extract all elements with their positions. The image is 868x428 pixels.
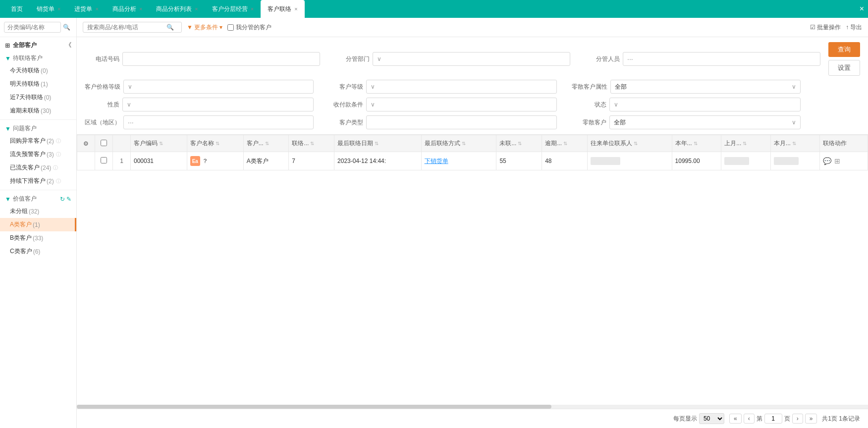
nav-customer-contact[interactable]: 客户联络 × xyxy=(261,0,304,18)
filter-dept-select[interactable]: ∨ xyxy=(373,52,570,66)
filter-my-customers[interactable]: 我分管的客户 xyxy=(227,23,271,32)
filter-search-input[interactable] xyxy=(87,24,166,31)
sort-this-year-icon: ⇅ xyxy=(694,141,698,146)
settings-button[interactable]: 设置 xyxy=(828,60,860,76)
filter-price-tier: 客户价格等级 ∨ xyxy=(85,80,314,94)
nav-home[interactable]: 首页 xyxy=(4,0,30,18)
status-chevron-icon: ∨ xyxy=(614,101,618,108)
filter-customer-type-input[interactable] xyxy=(366,115,557,129)
nav-customer-tiered[interactable]: 客户分层经营 × xyxy=(205,0,261,18)
col-code[interactable]: 客户编码⇅ xyxy=(131,135,187,152)
col-this-month[interactable]: 本月...⇅ xyxy=(770,135,820,152)
sidebar-item-class-a[interactable]: A类客户(1) xyxy=(0,218,76,231)
nav-sales-order[interactable]: 销货单 × xyxy=(30,0,67,18)
col-overdue[interactable]: 逾期...⇅ xyxy=(542,135,588,152)
my-customers-checkbox[interactable] xyxy=(227,24,234,31)
contact-method-link[interactable]: 下销货单 xyxy=(425,158,448,164)
sidebar-item-today[interactable]: 今天待联络(0) xyxy=(0,64,76,77)
collapse-sidebar-icon[interactable]: 《 xyxy=(65,41,71,50)
filter-phone-input[interactable] xyxy=(122,52,320,66)
col-name[interactable]: 客户名称⇅ xyxy=(187,135,243,152)
query-button[interactable]: 查询 xyxy=(828,42,860,57)
col-contact[interactable]: 联络...⇅ xyxy=(289,135,334,152)
col-last-month[interactable]: 上月...⇅ xyxy=(721,135,771,152)
close-all-tabs[interactable]: × xyxy=(860,4,864,13)
filter-more-btn[interactable]: ▼ 更多条件 ▾ xyxy=(187,23,222,32)
sidebar-item-overdue-contact[interactable]: 逾期未联络(30) xyxy=(0,104,76,117)
sidebar-item-class-b[interactable]: B类客户(33) xyxy=(0,231,76,245)
sidebar-group-value[interactable]: ▼ 价值客户 ↻ ✎ xyxy=(0,192,76,205)
payment-chevron-icon: ∨ xyxy=(371,101,375,108)
last-page-btn[interactable]: » xyxy=(805,414,817,424)
col-not-contacted[interactable]: 未联...⇅ xyxy=(496,135,542,152)
col-settings[interactable]: ⚙ xyxy=(77,135,95,152)
col-this-year[interactable]: 本年...⇅ xyxy=(672,135,721,152)
page-size-select[interactable]: 50 100 200 xyxy=(699,413,724,424)
filter-row-4: 区域（地区） ··· 客户类型 零散客户 全部 ∨ xyxy=(85,115,860,129)
close-product-analysis[interactable]: × xyxy=(139,6,142,12)
col-unit-contact[interactable]: 往来单位联系人⇅ xyxy=(587,135,672,152)
filter-nature: 性质 ∨ xyxy=(85,98,314,111)
sort-code-icon: ⇅ xyxy=(159,141,163,146)
filter-region-input[interactable]: ··· xyxy=(123,115,314,129)
sidebar-item-7days[interactable]: 近7天待联络(0) xyxy=(0,91,76,104)
sidebar-group-pending[interactable]: ▼ 待联络客户 xyxy=(0,52,76,64)
filter-manager-input[interactable]: ··· xyxy=(623,52,820,66)
table-header-row: ⚙ 客户编码⇅ 客户名称⇅ 客户...⇅ xyxy=(77,135,868,152)
horizontal-scrollbar[interactable] xyxy=(77,405,868,409)
filter-nature-select[interactable]: ∨ xyxy=(122,98,314,111)
table-area: ⚙ 客户编码⇅ 客户名称⇅ 客户...⇅ xyxy=(77,135,868,405)
export-btn[interactable]: ↑ 导出 xyxy=(846,23,862,32)
sidebar-group-problem[interactable]: ▼ 问题客户 xyxy=(0,122,76,134)
col-last-contact-date[interactable]: 最后联络日期⇅ xyxy=(334,135,422,152)
scrollbar-thumb[interactable] xyxy=(77,405,551,409)
sidebar-item-declining[interactable]: 持续下滑客户(2)ⓘ xyxy=(0,174,76,188)
first-page-btn[interactable]: « xyxy=(729,414,742,424)
close-customer-contact[interactable]: × xyxy=(294,6,297,12)
row-select-checkbox[interactable] xyxy=(101,157,107,163)
sidebar-item-tomorrow[interactable]: 明天待联络(1) xyxy=(0,77,76,91)
filter-scatter-customer-select[interactable]: 全部 ∨ xyxy=(609,115,801,129)
pagination-bar: 每页显示 50 100 200 « ‹ 第 页 › » 共1页 1条记录 xyxy=(77,409,868,428)
nav-product-analysis[interactable]: 商品分析 × xyxy=(106,0,149,18)
message-icon[interactable]: 💬 xyxy=(823,157,831,165)
content-area: 🔍 ▼ 更多条件 ▾ 我分管的客户 ☑ 批量操作 ↑ 导出 xyxy=(77,18,868,428)
sidebar-item-no-group[interactable]: 未分组(32) xyxy=(0,205,76,218)
qr-icon[interactable]: ⊞ xyxy=(834,157,840,165)
sidebar-search-input[interactable] xyxy=(4,22,61,33)
page-input[interactable] xyxy=(764,414,782,424)
sidebar-item-churn-warning[interactable]: 流失预警客户(3)ⓘ xyxy=(0,148,76,161)
sidebar-item-class-c[interactable]: C类客户(6) xyxy=(0,245,76,258)
col-checkbox xyxy=(95,135,113,152)
nature-chevron-icon: ∨ xyxy=(127,101,131,108)
close-product-analysis-list[interactable]: × xyxy=(195,6,198,12)
filter-customer-tier-select[interactable]: ∨ xyxy=(366,80,557,94)
nav-product-analysis-list[interactable]: 商品分析列表 × xyxy=(149,0,205,18)
sidebar-search-icon[interactable]: 🔍 xyxy=(63,24,70,31)
batch-op-btn[interactable]: ☑ 批量操作 xyxy=(810,23,841,32)
col-category[interactable]: 客户...⇅ xyxy=(243,135,289,152)
filter-status-select[interactable]: ∨ xyxy=(609,98,801,111)
close-purchase-order[interactable]: × xyxy=(95,6,98,12)
filter-region-label: 区域（地区） xyxy=(85,118,120,127)
close-sales-order[interactable]: × xyxy=(57,6,60,12)
select-all-checkbox[interactable] xyxy=(101,140,107,146)
next-page-btn[interactable]: › xyxy=(792,414,803,424)
col-last-contact-method[interactable]: 最后联络方式⇅ xyxy=(421,135,496,152)
sidebar-item-churned[interactable]: 已流失客户(24)ⓘ xyxy=(0,161,76,174)
close-customer-tiered[interactable]: × xyxy=(251,6,254,12)
sidebar-item-repurchase-anomaly[interactable]: 回购异常客户(2)ⓘ xyxy=(0,134,76,148)
filter-price-tier-select[interactable]: ∨ xyxy=(123,80,314,94)
nav-purchase-order[interactable]: 进货单 × xyxy=(67,0,105,18)
customer-table: ⚙ 客户编码⇅ 客户名称⇅ 客户...⇅ xyxy=(77,135,868,170)
filter-customer-tier: 客户等级 ∨ xyxy=(328,80,557,94)
filter-scatter-attr-select[interactable]: 全部 ∨ xyxy=(610,80,801,94)
filter-payment-select[interactable]: ∨ xyxy=(366,98,557,111)
prev-page-btn[interactable]: ‹ xyxy=(744,414,755,424)
value-group-icons[interactable]: ↻ ✎ xyxy=(60,196,71,203)
filter-scatter-attr-label: 零散客户属性 xyxy=(572,83,607,91)
sort-not-contacted-icon: ⇅ xyxy=(518,141,522,146)
filter-search-icon[interactable]: 🔍 xyxy=(166,24,174,31)
customer-name-text[interactable]: ？ xyxy=(202,157,208,165)
filter-phone-label: 电话号码 xyxy=(85,55,119,63)
